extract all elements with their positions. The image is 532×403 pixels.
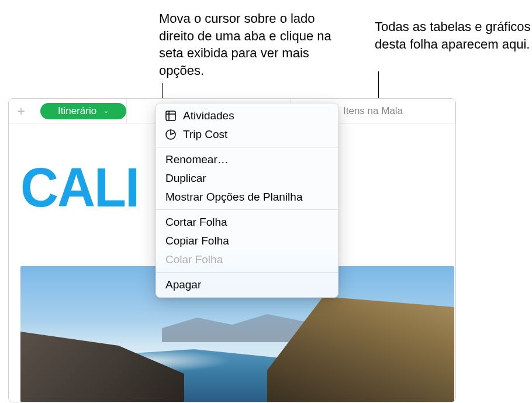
menu-item-label: Apagar	[165, 278, 201, 291]
svg-rect-0	[166, 111, 175, 120]
menu-item-atividades[interactable]: Atividades	[156, 106, 338, 125]
menu-item-label: Trip Cost	[183, 128, 227, 141]
sheet-context-menu: Atividades Trip Cost Renomear… Duplicar …	[156, 103, 338, 298]
menu-item-label: Atividades	[183, 109, 234, 122]
page-title: CALI	[20, 156, 139, 219]
menu-item-duplicar[interactable]: Duplicar	[156, 169, 338, 188]
chevron-down-icon[interactable]: ⌄	[103, 107, 109, 115]
menu-item-renomear[interactable]: Renomear…	[156, 150, 338, 169]
menu-item-label: Renomear…	[165, 153, 229, 166]
menu-item-label: Mostrar Opções de Planilha	[165, 191, 302, 204]
menu-item-label: Duplicar	[165, 172, 206, 185]
menu-item-colar-folha: Colar Folha	[156, 250, 338, 269]
sheet-tab-label: Itinerário	[58, 105, 96, 117]
menu-item-label: Copiar Folha	[165, 235, 229, 247]
chart-pie-icon	[165, 129, 178, 140]
menu-item-mostrar-opcoes[interactable]: Mostrar Opções de Planilha	[156, 188, 338, 206]
callout-tables-charts: Todas as tabelas e gráficos desta folha …	[375, 18, 532, 53]
menu-item-cortar-folha[interactable]: Cortar Folha	[156, 213, 338, 232]
divider	[455, 99, 455, 123]
menu-item-apagar[interactable]: Apagar	[156, 275, 338, 294]
callout-tab-options: Mova o cursor sobre o lado direito de um…	[159, 10, 340, 80]
add-sheet-button[interactable]: +	[9, 99, 33, 123]
menu-divider	[156, 272, 338, 273]
menu-item-trip-cost[interactable]: Trip Cost	[156, 125, 338, 144]
menu-divider	[156, 147, 338, 147]
sheet-tab-label: Itens na Mala	[343, 105, 403, 117]
table-icon	[165, 111, 178, 121]
menu-item-copiar-folha[interactable]: Copiar Folha	[156, 232, 338, 250]
sheet-tab-itinerario[interactable]: Itinerário ⌄	[40, 103, 126, 119]
menu-divider	[156, 209, 338, 210]
menu-item-label: Colar Folha	[165, 253, 223, 266]
menu-item-label: Cortar Folha	[165, 216, 227, 229]
